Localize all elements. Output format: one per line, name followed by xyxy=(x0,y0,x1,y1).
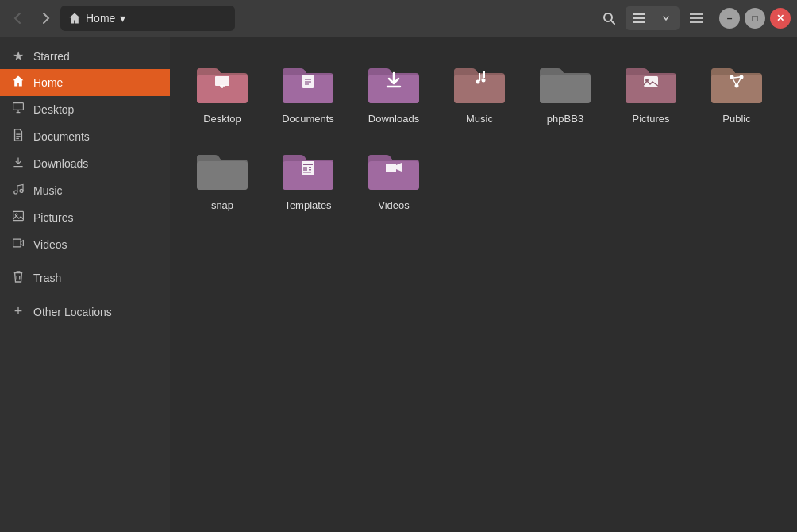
file-label-phpbb3: phpBB3 xyxy=(547,113,583,126)
other-locations-icon: + xyxy=(11,303,25,320)
sidebar-label-desktop: Desktop xyxy=(33,103,74,116)
folder-icon-music xyxy=(451,59,508,108)
sidebar-item-home[interactable]: Home xyxy=(0,69,170,96)
sort-options-button[interactable] xyxy=(653,6,680,30)
file-label-music: Music xyxy=(466,113,493,126)
sidebar-item-pictures[interactable]: Pictures xyxy=(0,204,170,231)
window-controls: – □ ✕ xyxy=(719,8,791,29)
desktop-icon xyxy=(11,102,25,118)
svg-line-1 xyxy=(611,21,614,24)
list-view-button[interactable] xyxy=(626,6,653,30)
folder-icon-documents xyxy=(279,59,337,108)
svg-point-44 xyxy=(735,84,739,88)
file-grid: Desktop Documents Downloads xyxy=(183,52,784,219)
file-item-music[interactable]: Music xyxy=(440,52,519,133)
svg-rect-23 xyxy=(215,76,229,86)
hamburger-icon xyxy=(690,13,703,24)
sidebar-item-other-locations[interactable]: + Other Locations xyxy=(0,298,170,326)
sidebar-label-downloads: Downloads xyxy=(33,157,88,170)
svg-rect-17 xyxy=(13,211,24,220)
sidebar-label-music: Music xyxy=(33,184,63,197)
sidebar-item-trash[interactable]: Trash xyxy=(0,264,170,291)
sidebar-label-pictures: Pictures xyxy=(33,211,74,224)
svg-point-43 xyxy=(740,75,744,79)
svg-point-35 xyxy=(476,80,480,84)
folder-icon-snap xyxy=(194,145,251,195)
file-item-downloads[interactable]: Downloads xyxy=(354,52,433,133)
sidebar-item-videos[interactable]: Videos xyxy=(0,231,170,258)
svg-rect-48 xyxy=(197,161,248,190)
forward-button[interactable] xyxy=(33,6,57,30)
folder-icon-public xyxy=(708,59,765,108)
home-location-icon xyxy=(68,12,81,25)
minimize-button[interactable]: – xyxy=(719,8,740,29)
svg-rect-19 xyxy=(13,239,21,247)
svg-rect-52 xyxy=(303,167,307,171)
file-label-documents: Documents xyxy=(282,113,334,126)
back-button[interactable] xyxy=(6,6,30,30)
file-browser: Desktop Documents Downloads xyxy=(170,37,797,532)
sidebar-item-starred[interactable]: ★ Starred xyxy=(0,43,170,69)
svg-rect-51 xyxy=(303,164,313,165)
folder-icon-downloads xyxy=(365,59,422,108)
home-icon xyxy=(11,75,25,91)
sidebar-item-music[interactable]: Music xyxy=(0,177,170,204)
sidebar-label-videos: Videos xyxy=(33,238,67,251)
folder-icon-phpbb3 xyxy=(537,59,594,108)
file-item-desktop[interactable]: Desktop xyxy=(183,52,262,133)
titlebar-actions xyxy=(595,6,710,30)
search-button[interactable] xyxy=(595,6,622,30)
folder-icon-desktop xyxy=(194,59,251,108)
sidebar-item-documents[interactable]: Documents xyxy=(0,123,170,150)
sidebar-label-trash: Trash xyxy=(33,272,61,284)
sidebar-label-starred: Starred xyxy=(33,50,70,63)
file-label-public: Public xyxy=(722,113,750,126)
folder-icon-videos xyxy=(365,145,422,195)
close-button[interactable]: ✕ xyxy=(770,8,791,29)
svg-rect-55 xyxy=(303,172,311,173)
svg-line-45 xyxy=(733,77,740,78)
svg-rect-41 xyxy=(711,75,762,103)
music-icon xyxy=(11,183,25,199)
file-label-snap: snap xyxy=(211,199,233,213)
svg-rect-57 xyxy=(386,164,396,172)
star-icon: ★ xyxy=(11,48,25,64)
search-icon xyxy=(603,12,615,25)
folder-icon-pictures xyxy=(622,59,680,108)
dropdown-icon xyxy=(662,14,670,22)
sidebar-label-documents: Documents xyxy=(33,130,90,143)
file-item-public[interactable]: Public xyxy=(697,52,776,133)
svg-rect-54 xyxy=(309,169,311,171)
sidebar: ★ Starred Home Desktop Documents Downl xyxy=(0,37,170,532)
folder-icon-templates xyxy=(279,145,337,195)
view-toggle-group xyxy=(626,6,680,30)
downloads-icon xyxy=(11,156,25,172)
pictures-icon xyxy=(11,210,25,226)
location-bar[interactable]: Home ▾ xyxy=(60,6,235,31)
sidebar-item-desktop[interactable]: Desktop xyxy=(0,96,170,123)
svg-rect-53 xyxy=(309,167,311,168)
sidebar-label-home: Home xyxy=(33,76,63,89)
file-item-pictures[interactable]: Pictures xyxy=(611,52,691,133)
maximize-button[interactable]: □ xyxy=(745,8,765,29)
sidebar-item-downloads[interactable]: Downloads xyxy=(0,150,170,177)
file-item-templates[interactable]: Templates xyxy=(268,139,348,219)
file-label-downloads: Downloads xyxy=(368,113,419,126)
file-item-phpbb3[interactable]: phpBB3 xyxy=(526,52,605,133)
file-item-snap[interactable]: snap xyxy=(183,139,262,219)
hamburger-menu-button[interactable] xyxy=(683,6,710,30)
list-icon xyxy=(633,13,645,24)
file-label-videos: Videos xyxy=(378,199,410,213)
svg-rect-37 xyxy=(540,75,591,103)
titlebar: Home ▾ xyxy=(0,0,797,37)
file-item-videos[interactable]: Videos xyxy=(354,139,433,219)
svg-rect-8 xyxy=(13,103,24,110)
file-label-templates: Templates xyxy=(284,199,331,213)
trash-icon xyxy=(11,270,25,286)
videos-icon xyxy=(11,237,25,253)
file-item-documents[interactable]: Documents xyxy=(268,52,348,133)
file-label-desktop: Desktop xyxy=(203,113,241,126)
svg-point-15 xyxy=(14,191,17,194)
location-label: Home xyxy=(86,12,115,25)
svg-point-42 xyxy=(730,75,734,79)
